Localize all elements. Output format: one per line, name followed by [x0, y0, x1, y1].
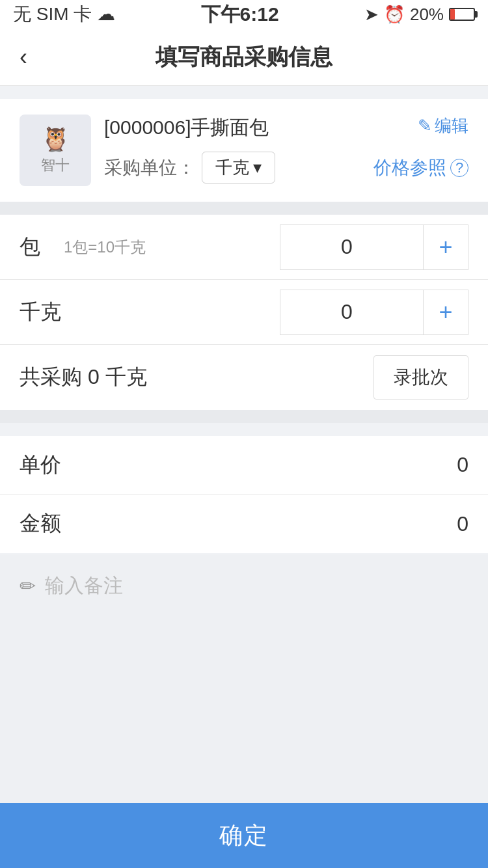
unit-label: 采购单位：	[104, 156, 195, 180]
edit-icon: ✎	[418, 116, 432, 136]
kg-input-control: +	[280, 290, 468, 335]
unit-price-label: 单价	[20, 451, 61, 480]
notes-placeholder: 输入备注	[45, 573, 123, 599]
total-row: 共采购 0 千克 录批次	[0, 345, 488, 410]
battery-icon	[449, 8, 475, 21]
unit-price-row: 单价 0	[0, 436, 488, 495]
bag-plus-button[interactable]: +	[423, 224, 468, 270]
product-image: 🦉 智十	[20, 115, 91, 186]
empty-area	[0, 617, 488, 813]
status-bar: 无 SIM 卡 ☁ 下午6:12 ➤ ⏰ 20%	[0, 0, 488, 29]
unit-value: 千克	[215, 156, 249, 179]
confirm-button[interactable]: 确定	[0, 803, 488, 868]
status-right: ➤ ⏰ 20%	[364, 5, 475, 25]
no-sim-text: 无 SIM 卡 ☁	[13, 2, 115, 27]
bag-input-control: +	[280, 224, 468, 270]
amount-label: 金额	[20, 509, 61, 538]
batch-button[interactable]: 录批次	[373, 355, 468, 400]
chevron-down-icon: ▾	[253, 157, 262, 178]
product-info: [0000006]手撕面包 ✎ 编辑 采购单位： 千克 ▾ 价格参照 ?	[104, 115, 468, 183]
kg-input[interactable]	[280, 290, 423, 335]
page-title: 填写商品采购信息	[156, 42, 332, 72]
edit-label: 编辑	[435, 115, 468, 137]
unit-price-value: 0	[457, 453, 468, 477]
input-section: 包 1包=10千克 + 千克 + 共采购 0 千克 录批次	[0, 215, 488, 410]
status-left: 无 SIM 卡 ☁	[13, 2, 115, 27]
info-icon: ?	[450, 159, 468, 177]
notes-section[interactable]: ✏ 输入备注	[0, 554, 488, 617]
product-name: [0000006]手撕面包	[104, 115, 269, 141]
product-card: 🦉 智十 [0000006]手撕面包 ✎ 编辑 采购单位： 千克 ▾	[0, 99, 488, 202]
price-section: 单价 0 金额 0	[0, 436, 488, 553]
unit-select[interactable]: 千克 ▾	[202, 152, 275, 183]
kg-input-row: 千克 +	[0, 280, 488, 345]
divider-1	[0, 202, 488, 215]
header: ‹ 填写商品采购信息	[0, 29, 488, 86]
bag-input[interactable]	[280, 224, 423, 270]
alarm-icon: ⏰	[384, 5, 405, 25]
total-text: 共采购 0 千克	[20, 363, 147, 392]
location-icon: ➤	[364, 5, 379, 25]
battery-percent: 20%	[410, 5, 444, 25]
product-logo-icon: 🦉	[41, 126, 70, 153]
bag-input-row: 包 1包=10千克 +	[0, 215, 488, 280]
brand-text: 智十	[41, 156, 70, 175]
pencil-icon: ✏	[20, 575, 36, 597]
kg-plus-button[interactable]: +	[423, 290, 468, 335]
price-ref-button[interactable]: 价格参照 ?	[373, 156, 468, 180]
back-button[interactable]: ‹	[20, 44, 52, 71]
status-time: 下午6:12	[201, 1, 279, 28]
price-ref-label: 价格参照	[373, 156, 446, 180]
divider-2	[0, 410, 488, 423]
unit-row: 采购单位： 千克 ▾ 价格参照 ?	[104, 152, 468, 183]
product-name-row: [0000006]手撕面包 ✎ 编辑	[104, 115, 468, 141]
kg-label: 千克	[20, 298, 61, 327]
bag-sub-label: 1包=10千克	[64, 237, 280, 258]
amount-value: 0	[457, 512, 468, 536]
bag-label: 包	[20, 233, 59, 262]
amount-row: 金额 0	[0, 495, 488, 553]
edit-button[interactable]: ✎ 编辑	[418, 115, 468, 137]
